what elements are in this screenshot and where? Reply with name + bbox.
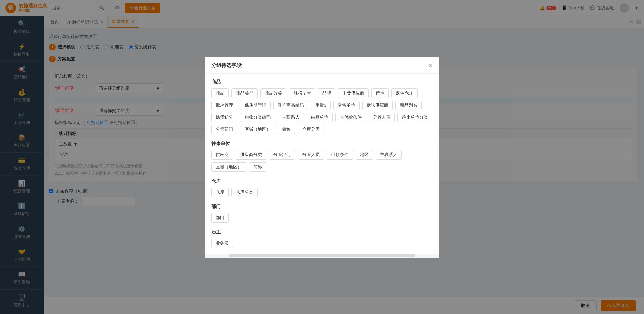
field-tag[interactable]: 商品 [211,88,229,98]
field-tag[interactable]: 区域（地区） [211,162,246,172]
section-warehouse: 仓库 仓库 仓库分类 [211,178,433,197]
field-tag[interactable]: 仓库 [211,188,229,197]
section-dept: 部门 部门 [211,204,433,223]
field-tag[interactable]: 供应商分类 [236,150,266,160]
section-goods-title: 商品 [211,79,433,85]
field-tag[interactable]: 主要供应商 [338,88,369,98]
field-tag[interactable]: 商品分类 [260,88,286,98]
field-tag[interactable]: 简称 [278,125,295,134]
field-tag[interactable]: 税收分类编码 [240,113,275,122]
field-tag[interactable]: 分管部门 [211,125,237,134]
field-tag[interactable]: 商品类型 [231,88,258,98]
section-goods-tags: 商品 商品类型 商品分类 规格型号 品牌 主要供应商 产地 默认仓库 批次管理 … [211,88,433,134]
section-goods: 商品 商品 商品类型 商品分类 规格型号 品牌 主要供应商 产地 默认仓库 批次… [211,79,433,134]
modal-hscrollbar[interactable] [205,254,439,257]
field-tag[interactable]: 零售单位 [333,101,360,110]
field-tag[interactable]: 商品别名 [395,101,422,110]
field-tag[interactable]: 结算单位 [307,113,333,122]
section-warehouse-tags: 仓库 仓库分类 [211,188,433,197]
field-tag[interactable]: 客户商品编码 [273,101,308,110]
field-tag[interactable]: 简称 [249,162,266,172]
modal-body: 商品 商品 商品类型 商品分类 规格型号 品牌 主要供应商 产地 默认仓库 批次… [205,74,439,254]
field-tag[interactable]: 地区 [356,150,373,160]
field-tag[interactable]: 默认仓库 [391,88,418,98]
field-tag[interactable]: 仓库分类 [231,188,258,197]
field-tag[interactable]: 区域（地区） [240,125,275,134]
modal-close-icon[interactable]: ✕ [428,62,433,69]
section-employee-title: 员工 [211,229,433,235]
field-tag[interactable]: 重量3 [311,101,331,110]
field-tag[interactable]: 供应商 [211,150,233,160]
field-tag[interactable]: 往来单位分类 [397,113,432,122]
section-dept-tags: 部门 [211,213,433,223]
section-dept-title: 部门 [211,204,433,210]
section-contacts-tags: 供应商 供应商分类 分管部门 分管人员 付款条件 地区 主联系人 区域（地区） … [211,150,433,172]
field-tag[interactable]: 批次管理 [211,101,237,110]
field-tag[interactable]: 产地 [371,88,389,98]
field-tag[interactable]: 部门 [211,213,229,223]
section-employee: 员工 业务员 [211,229,433,248]
field-tag[interactable]: 保质期管理 [240,101,271,110]
field-tag[interactable]: 付款条件 [327,150,353,160]
field-tag[interactable]: 分管人员 [298,150,324,160]
section-warehouse-title: 仓库 [211,178,433,184]
field-tag[interactable]: 规格型号 [289,88,315,98]
field-tag[interactable]: 默认供应商 [362,101,393,110]
section-contacts-title: 往来单位 [211,141,433,147]
field-tag[interactable]: 业务员 [211,239,233,248]
field-tag[interactable]: 主联系人 [376,150,402,160]
field-tag[interactable]: 品牌 [318,88,335,98]
field-tag[interactable]: 收付款条件 [335,113,366,122]
field-tag[interactable]: 主联系人 [278,113,304,122]
field-tag[interactable]: 拣货积分 [211,113,237,122]
field-tag[interactable]: 分管部门 [269,150,295,160]
modal-title: 分组待选字段 [211,62,241,69]
modal: 分组待选字段 ✕ 商品 商品 商品类型 商品分类 规格型号 品牌 主要供应商 产… [205,57,439,258]
section-employee-tags: 业务员 [211,239,433,248]
modal-header: 分组待选字段 ✕ [205,57,439,74]
field-tag[interactable]: 分管人员 [369,113,395,122]
section-contacts: 往来单位 供应商 供应商分类 分管部门 分管人员 付款条件 地区 主联系人 区域… [211,141,433,172]
field-tag[interactable]: 仓库分类 [298,125,324,134]
modal-overlay: 分组待选字段 ✕ 商品 商品 商品类型 商品分类 规格型号 品牌 主要供应商 产… [0,0,644,314]
